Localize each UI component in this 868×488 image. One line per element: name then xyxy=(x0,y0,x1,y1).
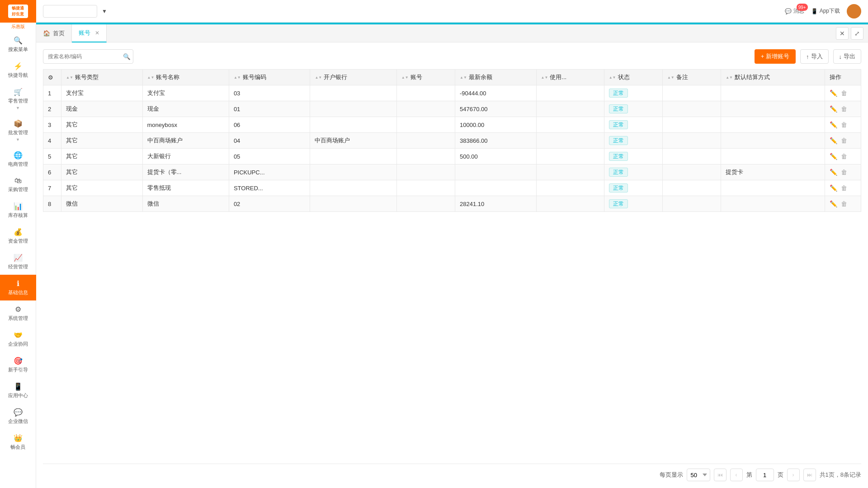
status-badge: 正常 xyxy=(609,199,628,208)
sidebar-item-wechat[interactable]: 💬 企业微信 xyxy=(0,404,36,429)
home-icon: 🏠 xyxy=(43,30,50,37)
col-gear[interactable]: ⚙ xyxy=(43,70,61,85)
edit-icon[interactable]: ✏️ xyxy=(830,184,837,192)
tab-close-all-button[interactable]: ✕ xyxy=(836,27,849,40)
sidebar-item-finance[interactable]: 💰 资金管理 xyxy=(0,223,36,249)
delete-icon[interactable]: 🗑 xyxy=(841,200,847,207)
cell-default xyxy=(721,180,825,196)
col-code[interactable]: ▲▼账号编码 xyxy=(229,70,310,85)
export-button[interactable]: ↓ 导出 xyxy=(833,49,862,64)
top-dropdown[interactable]: ▼ xyxy=(102,8,107,14)
col-balance[interactable]: ▲▼最新余额 xyxy=(455,70,537,85)
cell-bank xyxy=(310,101,396,117)
delete-icon[interactable]: 🗑 xyxy=(841,89,847,97)
delete-icon[interactable]: 🗑 xyxy=(841,137,847,144)
system-icon: ⚙ xyxy=(15,305,21,314)
cell-bank xyxy=(310,149,396,164)
message-button[interactable]: 💬 消息 99+ xyxy=(785,7,804,15)
page-last-button[interactable]: ⏭ xyxy=(803,469,816,481)
cell-balance: 547670.00 xyxy=(455,101,537,117)
dropdown-arrow-icon: ▼ xyxy=(102,8,107,14)
col-note[interactable]: ▲▼备注 xyxy=(662,70,721,85)
company-icon: 🤝 xyxy=(14,331,23,339)
tab-account[interactable]: 账号 ✕ xyxy=(72,24,107,42)
col-status[interactable]: ▲▼状态 xyxy=(604,70,662,85)
page-number-input[interactable] xyxy=(756,469,774,481)
delete-icon[interactable]: 🗑 xyxy=(841,121,847,128)
cell-default xyxy=(721,101,825,117)
col-usage[interactable]: ▲▼使用... xyxy=(536,70,604,85)
tab-close-button[interactable]: ✕ xyxy=(95,30,99,36)
page-first-button[interactable]: ⏮ xyxy=(714,469,726,481)
retail-icon: 🛒 xyxy=(14,88,23,96)
sidebar-item-inventory[interactable]: 📊 库存核算 xyxy=(0,197,36,223)
cell-name: 大新银行 xyxy=(142,149,229,164)
finance-icon: 💰 xyxy=(14,228,23,236)
toolbar: 🔍 + 新增账号 ↑ 导入 ↓ 导出 xyxy=(43,49,861,64)
cell-default xyxy=(721,85,825,101)
delete-icon[interactable]: 🗑 xyxy=(841,105,847,113)
search-button[interactable]: 🔍 xyxy=(120,49,133,64)
cell-usage xyxy=(536,196,604,212)
table-row: 2 现金 现金 01 547670.00 正常 ✏️ 🗑 xyxy=(43,101,861,117)
app-download-button[interactable]: 📱 App下载 xyxy=(811,7,840,15)
sidebar-item-retail[interactable]: 🛒 零售管理 ▼ xyxy=(0,83,36,115)
edit-icon[interactable]: ✏️ xyxy=(830,169,837,176)
sidebar-item-system[interactable]: ⚙ 系统管理 xyxy=(0,300,36,326)
sidebar-item-company[interactable]: 🤝 企业协同 xyxy=(0,326,36,352)
table-container: ⚙ ▲▼账号类型 ▲▼账号名称 ▲▼账号编码 ▲▼开户银行 ▲▼账号 ▲▼最新余… xyxy=(43,69,861,464)
tab-maximize-button[interactable]: ⤢ xyxy=(851,27,863,40)
status-badge: 正常 xyxy=(609,152,628,161)
sidebar-item-newbie[interactable]: 🎯 新手引导 xyxy=(0,352,36,378)
top-search-input[interactable] xyxy=(43,5,97,18)
cell-balance: 500.00 xyxy=(455,149,537,164)
add-account-button[interactable]: + 新增账号 xyxy=(755,49,796,64)
delete-icon[interactable]: 🗑 xyxy=(841,153,847,160)
user-avatar[interactable] xyxy=(847,4,861,19)
cell-usage xyxy=(536,180,604,196)
page-size-select[interactable]: 50 10 20 100 xyxy=(687,469,710,481)
cell-type: 其它 xyxy=(61,149,143,164)
page-next-button[interactable]: › xyxy=(787,469,800,481)
cell-note xyxy=(662,85,721,101)
cell-default xyxy=(721,196,825,212)
edit-icon[interactable]: ✏️ xyxy=(830,89,837,97)
col-account[interactable]: ▲▼账号 xyxy=(396,70,455,85)
delete-icon[interactable]: 🗑 xyxy=(841,184,847,192)
sidebar-item-quicknav[interactable]: ⚡ 快捷导航 xyxy=(0,57,36,83)
sidebar-item-ecommerce[interactable]: 🌐 电商管理 xyxy=(0,146,36,172)
inventory-icon: 📊 xyxy=(14,202,23,211)
col-default[interactable]: ▲▼默认结算方式 xyxy=(721,70,825,85)
edit-icon[interactable]: ✏️ xyxy=(830,153,837,160)
sidebar-item-wholesale[interactable]: 📦 批发管理 ▼ xyxy=(0,115,36,146)
edit-icon[interactable]: ✏️ xyxy=(830,121,837,128)
sidebar-item-purchase[interactable]: 🛍 采购管理 xyxy=(0,172,36,197)
edit-icon[interactable]: ✏️ xyxy=(830,105,837,113)
col-bank[interactable]: ▲▼开户银行 xyxy=(310,70,396,85)
delete-icon[interactable]: 🗑 xyxy=(841,169,847,176)
sidebar-item-operation[interactable]: 📈 经营管理 xyxy=(0,249,36,275)
import-button[interactable]: ↑ 导入 xyxy=(800,49,829,64)
sidebar-item-member[interactable]: 👑 畅会员 xyxy=(0,429,36,455)
sidebar-item-basic[interactable]: ℹ 基础信息 xyxy=(0,275,36,300)
sidebar-item-search[interactable]: 🔍 搜索菜单 xyxy=(0,32,36,57)
cell-type: 微信 xyxy=(61,196,143,212)
cell-account xyxy=(396,85,455,101)
cell-name: 微信 xyxy=(142,196,229,212)
logo: 畅捷通好生意 xyxy=(0,0,36,23)
header-left: ▼ xyxy=(43,5,107,18)
edit-icon[interactable]: ✏️ xyxy=(830,137,837,144)
table-row: 5 其它 大新银行 05 500.00 正常 ✏️ 🗑 xyxy=(43,149,861,164)
cell-account xyxy=(396,133,455,149)
search-input[interactable] xyxy=(43,53,120,60)
wholesale-arrow: ▼ xyxy=(16,137,20,142)
cell-account xyxy=(396,196,455,212)
edit-icon[interactable]: ✏️ xyxy=(830,200,837,207)
sidebar-item-app[interactable]: 📱 应用中心 xyxy=(0,378,36,404)
cell-name: 中百商场账户 xyxy=(142,133,229,149)
col-type[interactable]: ▲▼账号类型 xyxy=(61,70,143,85)
col-name[interactable]: ▲▼账号名称 xyxy=(142,70,229,85)
tab-home[interactable]: 🏠 首页 xyxy=(36,24,72,42)
cell-default xyxy=(721,133,825,149)
page-prev-button[interactable]: ‹ xyxy=(730,469,743,481)
